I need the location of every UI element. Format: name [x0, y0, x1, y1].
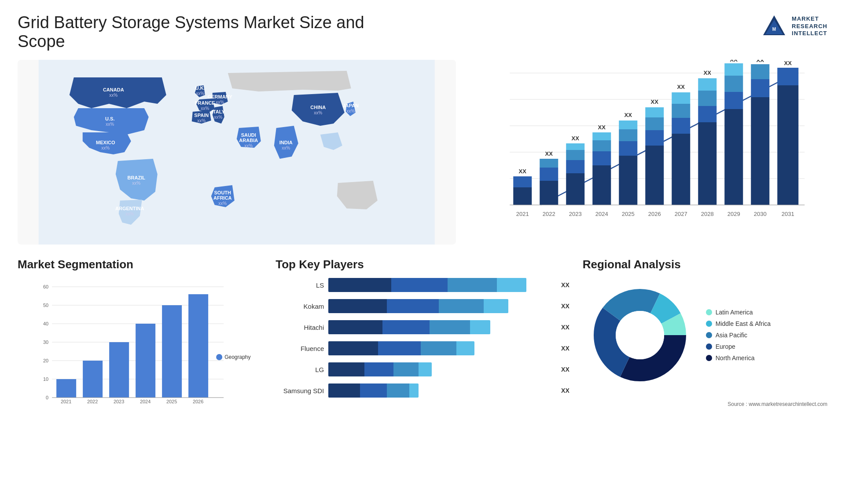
svg-rect-32: [619, 156, 637, 205]
svg-rect-50: [698, 122, 716, 205]
player-name-samsung: Samsung SDI: [276, 387, 324, 394]
player-name-hitachi: Hitachi: [276, 324, 324, 331]
svg-rect-22: [566, 150, 584, 160]
southafrica-value: xx%: [218, 201, 227, 206]
svg-text:10: 10: [43, 376, 48, 382]
bar-2021: XX 2021: [513, 168, 532, 217]
argentina-value: xx%: [125, 212, 134, 216]
bar-2029: XX 2029: [724, 60, 743, 217]
legend-label-middle-east: Middle East & Africa: [716, 320, 771, 327]
growth-chart-svg: XX 2021 XX 2022 XX 2023: [469, 60, 828, 245]
svg-rect-12: [513, 176, 532, 187]
donut-hole: [616, 311, 664, 359]
us-value: xx%: [106, 122, 114, 127]
page-title: Grid Battery Storage Systems Market Size…: [18, 13, 414, 51]
source-text: Source : www.marketresearchintellect.com: [583, 401, 827, 407]
svg-text:2030: 2030: [753, 211, 766, 217]
spain-value: xx%: [197, 118, 206, 123]
seg-bar-2026: [188, 294, 208, 398]
player-row-hitachi: Hitachi XX: [276, 320, 569, 334]
svg-rect-68: [777, 68, 798, 85]
player-name-fluence: Fluence: [276, 345, 324, 352]
svg-text:XX: XX: [598, 124, 606, 131]
svg-text:2026: 2026: [193, 399, 203, 404]
svg-text:40: 40: [43, 321, 48, 326]
legend-label-asia-pacific: Asia Pacific: [716, 332, 747, 339]
svg-rect-62: [751, 97, 769, 205]
player-row-fluence: Fluence XX: [276, 341, 569, 355]
svg-rect-34: [619, 129, 637, 141]
svg-text:XX: XX: [756, 60, 764, 63]
svg-text:Geography: Geography: [224, 354, 250, 360]
legend-color-asia-pacific: [706, 332, 712, 338]
svg-text:2026: 2026: [648, 211, 661, 217]
player-bar-kokam: [328, 299, 553, 313]
logo: M MARKET RESEARCH INTELLECT: [761, 13, 827, 40]
svg-rect-56: [724, 109, 743, 205]
legend-north-america: North America: [706, 354, 771, 362]
svg-rect-33: [619, 141, 637, 156]
svg-rect-63: [751, 79, 769, 97]
player-value-ls: XX: [561, 281, 569, 289]
player-row-samsung: Samsung SDI XX: [276, 383, 569, 398]
svg-text:2024: 2024: [595, 211, 608, 217]
spain-label: SPAIN: [194, 113, 209, 118]
top-section: CANADA xx% U.S. xx% MEXICO xx% BRAZIL xx…: [18, 60, 827, 245]
svg-rect-52: [698, 91, 716, 106]
legend-label-europe: Europe: [716, 343, 735, 350]
regional-donut-svg: [583, 278, 697, 392]
seg-bar-2024: [136, 324, 155, 398]
svg-rect-11: [513, 187, 532, 205]
bar-2031: XX 2031: [777, 60, 798, 217]
svg-rect-28: [592, 140, 611, 151]
svg-rect-57: [724, 92, 743, 109]
svg-text:XX: XX: [624, 112, 632, 118]
svg-text:30: 30: [43, 340, 48, 345]
france-value: xx%: [201, 106, 209, 111]
seg-bar-2025: [162, 305, 182, 398]
player-bar-hitachi: [328, 320, 553, 334]
legend-color-north-america: [706, 355, 712, 361]
russia-path: [228, 71, 351, 91]
bar-2027: XX 2027: [672, 84, 690, 217]
italy-value: xx%: [214, 115, 222, 120]
svg-text:2025: 2025: [166, 399, 177, 404]
player-value-fluence: XX: [561, 345, 569, 352]
legend-color-middle-east: [706, 321, 712, 327]
page-header: Grid Battery Storage Systems Market Size…: [18, 13, 827, 51]
japan-label: JAPAN: [343, 103, 359, 108]
player-name-lg: LG: [276, 366, 324, 373]
svg-text:XX: XX: [730, 60, 738, 63]
bar-2028: XX 2028: [698, 69, 716, 217]
legend-asia-pacific: Asia Pacific: [706, 332, 771, 339]
players-chart: LS XX Kokam: [276, 278, 569, 398]
svg-rect-67: [777, 85, 798, 205]
growth-chart-container: XX 2021 XX 2022 XX 2023: [469, 60, 828, 245]
svg-rect-16: [540, 168, 558, 181]
svg-text:XX: XX: [545, 150, 553, 157]
svg-text:2022: 2022: [542, 211, 555, 217]
svg-rect-64: [751, 64, 769, 79]
svg-text:2021: 2021: [516, 211, 529, 217]
bar-2030: XX 2030: [751, 60, 769, 217]
seg-bar-2023: [109, 342, 129, 398]
bar-2022: XX 2022: [540, 150, 558, 217]
legend-europe: Europe: [706, 343, 771, 350]
world-map-container: CANADA xx% U.S. xx% MEXICO xx% BRAZIL xx…: [18, 60, 456, 245]
svg-rect-44: [672, 134, 690, 205]
svg-text:M: M: [772, 27, 776, 32]
argentina-label: ARGENTINA: [115, 206, 144, 211]
players-title: Top Key Players: [276, 258, 569, 271]
svg-rect-45: [672, 118, 690, 134]
svg-rect-27: [592, 151, 611, 165]
bar-2024: XX 2024: [592, 124, 611, 217]
brazil-label: BRAZIL: [128, 175, 146, 180]
mexico-value: xx%: [101, 146, 110, 150]
svg-rect-58: [724, 76, 743, 92]
regional-legend: Latin America Middle East & Africa Asia …: [706, 309, 771, 362]
svg-text:2028: 2028: [701, 211, 713, 217]
seg-bar-2021: [56, 379, 76, 398]
svg-text:XX: XX: [518, 168, 526, 175]
southafrica-label: SOUTH: [214, 190, 231, 195]
legend-label-north-america: North America: [716, 354, 755, 362]
